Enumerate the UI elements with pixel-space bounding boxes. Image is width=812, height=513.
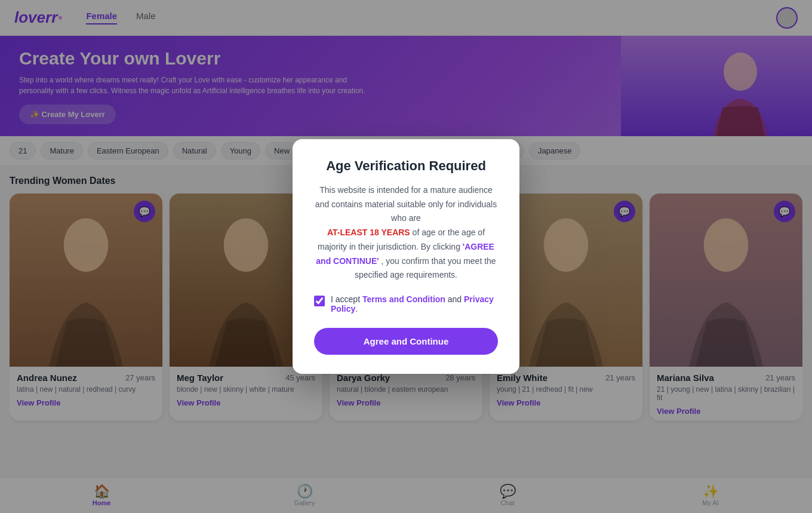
agree-continue-button[interactable]: Agree and Continue xyxy=(314,328,498,355)
modal-body: This website is intended for a mature au… xyxy=(314,183,498,283)
modal-title: Age Verification Required xyxy=(314,158,498,174)
modal-overlay: Age Verification Required This website i… xyxy=(0,0,812,513)
accept-checkbox[interactable] xyxy=(314,296,325,306)
modal-accept-label: I accept Terms and Condition and Privacy… xyxy=(331,294,498,314)
modal-highlight: AT-LEAST 18 YEARS xyxy=(327,228,410,237)
modal-body1: This website is intended for a mature au… xyxy=(315,185,497,223)
terms-link[interactable]: Terms and Condition xyxy=(362,294,445,304)
modal-accept-row: I accept Terms and Condition and Privacy… xyxy=(314,294,498,314)
modal: Age Verification Required This website i… xyxy=(293,139,519,374)
